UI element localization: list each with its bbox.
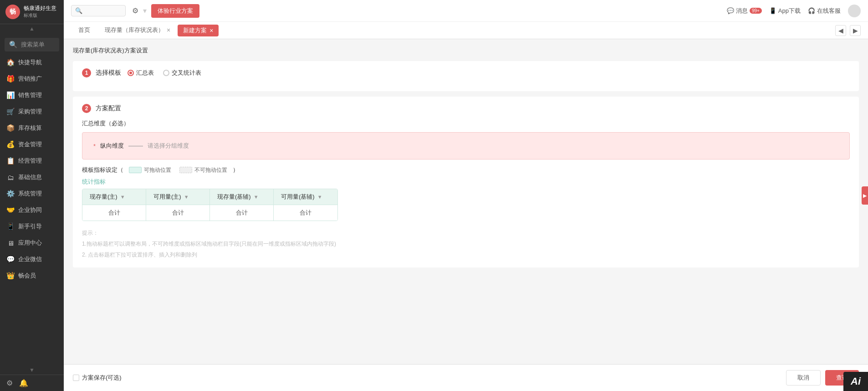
message-icon: 💬	[727, 7, 734, 14]
sidebar-item-newguide[interactable]: 📱 新手引导	[0, 218, 64, 235]
side-collapse-handle[interactable]: ▶	[862, 186, 868, 205]
sidebar-footer: ⚙ 🔔	[0, 375, 64, 391]
app-version: 标准版	[24, 12, 56, 19]
sidebar-scroll-down[interactable]: ▼	[0, 365, 64, 375]
col-header-2[interactable]: 现存量(基辅) ▼	[210, 189, 274, 205]
user-avatar[interactable]	[848, 5, 861, 17]
trial-industry-button[interactable]: 体验行业方案	[151, 4, 199, 18]
clipboard-icon: 📋	[6, 157, 15, 165]
stat-table-header: 现存量(主) ▼ 可用量(主) ▼ 现存量(基辅) ▼ 可用量(基辅)	[82, 189, 337, 205]
col-dropdown-1[interactable]: ▼	[184, 194, 189, 200]
col-header-1[interactable]: 可用量(主) ▼	[146, 189, 210, 205]
messages-button[interactable]: 💬 消息 99+	[727, 7, 762, 15]
sidebar-item-marketing[interactable]: 🎁 营销推广	[0, 71, 64, 87]
money-icon: 💰	[6, 140, 15, 149]
sidebar-item-business[interactable]: 📋 经营管理	[0, 153, 64, 169]
cancel-button[interactable]: 取消	[786, 370, 821, 386]
tab-collapse-button[interactable]: ◀	[835, 25, 846, 36]
crown-icon: 👑	[6, 272, 15, 280]
cell-0-1: 合计	[146, 205, 210, 221]
topbar: 🔍 ⚙ ▾ 体验行业方案 💬 消息 99+ 📱 App下载 🎧 在线客服	[64, 0, 868, 22]
ai-float-button[interactable]: Ai	[843, 372, 868, 391]
sidebar-item-wechat[interactable]: 💬 企业微信	[0, 251, 64, 268]
stat-section-title: 统计指标	[82, 178, 850, 186]
monitor-icon: 🖥	[6, 239, 15, 247]
app-download-button[interactable]: 📱 App下载	[769, 7, 801, 15]
sound-footer-icon[interactable]: 🔔	[19, 379, 28, 387]
sidebar-item-appstore[interactable]: 🖥 应用中心	[0, 235, 64, 251]
mobile-icon: 📱	[6, 222, 15, 231]
dimension-placeholder: 请选择分组维度	[148, 142, 189, 150]
radio-summary[interactable]: 汇总表	[128, 69, 154, 77]
sidebar-item-agreement[interactable]: 🤝 企业协同	[0, 202, 64, 218]
cell-0-0: 合计	[82, 205, 146, 221]
settings-gear-icon[interactable]: ⚙	[132, 6, 138, 15]
indicator-settings-label: 模板指标设定（ 可拖动位置 不可拖动位置 ）	[82, 166, 850, 174]
radio-summary-circle	[128, 70, 134, 76]
tab-home[interactable]: 首页	[71, 22, 97, 39]
dimension-area[interactable]: * 纵向维度 —— 请选择分组维度	[82, 132, 850, 159]
chat-icon: 💬	[6, 255, 15, 263]
sidebar-item-finance[interactable]: 💰 资金管理	[0, 136, 64, 153]
gift-icon: 🎁	[6, 75, 15, 83]
tip-2: 2. 点击标题栏下拉可设置排序、插入列和删除列	[82, 249, 850, 260]
immovable-box	[179, 167, 192, 173]
sidebar-item-basic[interactable]: 🗂 基础信息	[0, 169, 64, 185]
search-topbar-icon: 🔍	[75, 7, 82, 14]
indicator-settings: 模板指标设定（ 可拖动位置 不可拖动位置 ） 统计指标	[82, 166, 850, 221]
legend-immovable: 不可拖动位置	[179, 166, 227, 174]
tab-expand-button[interactable]: ▶	[850, 25, 861, 36]
cell-0-3: 合计	[274, 205, 337, 221]
topbar-right: 💬 消息 99+ 📱 App下载 🎧 在线客服	[727, 5, 861, 17]
dimension-label: 汇总维度（必选）	[82, 119, 850, 128]
sidebar-item-sales[interactable]: 📊 销售管理	[0, 87, 64, 103]
sidebar-item-label: 经营管理	[18, 157, 42, 165]
sidebar-item-label: 畅会员	[18, 272, 36, 280]
app-logo-icon: 畅	[5, 5, 20, 19]
customer-service-button[interactable]: 🎧 在线客服	[808, 7, 841, 15]
cell-0-2: 合计	[210, 205, 274, 221]
app-name: 畅康通好生意	[24, 5, 56, 12]
handshake-icon: 🤝	[6, 206, 15, 214]
sidebar-item-label: 营销推广	[18, 75, 42, 83]
search-input[interactable]	[85, 8, 122, 14]
sidebar-item-label: 系统管理	[18, 190, 42, 198]
sidebar-item-label: 企业微信	[18, 255, 42, 263]
sidebar-item-quicknav[interactable]: 🏠 快捷导航	[0, 54, 64, 71]
tab-inventory-status[interactable]: 现存量（库存状况表） ×	[97, 22, 178, 39]
step2-card: 2 方案配置 汇总维度（必选） * 纵向维度 —— 请选择分组维度 模板指标设定…	[73, 97, 859, 268]
save-checkbox[interactable]	[73, 375, 79, 381]
col-dropdown-0[interactable]: ▼	[120, 194, 125, 200]
sidebar-item-purchase[interactable]: 🛒 采购管理	[0, 103, 64, 120]
radio-cross[interactable]: 交叉统计表	[163, 69, 201, 77]
col-header-3[interactable]: 可用量(基辅) ▼	[274, 189, 337, 205]
sidebar-item-label: 资金管理	[18, 140, 42, 149]
sidebar-item-member[interactable]: 👑 畅会员	[0, 268, 64, 284]
col-header-0[interactable]: 现存量(主) ▼	[82, 189, 146, 205]
system-icon: ⚙️	[6, 190, 15, 198]
step1-title: 选择模板	[96, 69, 121, 77]
sidebar-item-inventory[interactable]: 📦 库存核算	[0, 120, 64, 136]
tips-section: 提示： 1.拖动标题栏可以调整布局，不可跨维度或指标区域拖动栏目字段(只能在同一…	[82, 227, 850, 260]
sidebar-item-system[interactable]: ⚙️ 系统管理	[0, 185, 64, 202]
tab-close-new-scheme[interactable]: ×	[209, 27, 213, 34]
sidebar-item-label: 应用中心	[18, 239, 42, 247]
step2-title: 方案配置	[96, 104, 121, 113]
sidebar-item-label: 采购管理	[18, 108, 42, 116]
sidebar-nav: 🔍 搜索菜单 🏠 快捷导航 🎁 营销推广 📊 销售管理 🛒 采购管理 📦 库存核…	[0, 33, 64, 365]
sidebar-search[interactable]: 🔍 搜索菜单	[5, 38, 59, 51]
template-radio-group: 汇总表 交叉统计表	[128, 69, 201, 77]
box-icon: 📦	[6, 124, 15, 132]
col-dropdown-2[interactable]: ▼	[254, 194, 259, 200]
sidebar-scroll-up[interactable]: ▲	[0, 24, 64, 33]
sidebar-item-label: 企业协同	[18, 206, 42, 214]
stat-table-body: 合计 合计 合计 合计	[82, 205, 337, 221]
tab-new-scheme[interactable]: 新建方案 ×	[178, 25, 219, 36]
main-area: 🔍 ⚙ ▾ 体验行业方案 💬 消息 99+ 📱 App下载 🎧 在线客服	[64, 0, 868, 391]
settings-footer-icon[interactable]: ⚙	[6, 379, 13, 387]
col-dropdown-3[interactable]: ▼	[317, 194, 322, 200]
topbar-search-box[interactable]: 🔍	[71, 5, 126, 16]
sidebar: 畅 畅康通好生意 标准版 ▲ 🔍 搜索菜单 🏠 快捷导航 🎁 营销推广 📊 销售…	[0, 0, 64, 391]
phone-icon: 📱	[769, 7, 776, 14]
tab-close-inventory[interactable]: ×	[167, 26, 170, 34]
